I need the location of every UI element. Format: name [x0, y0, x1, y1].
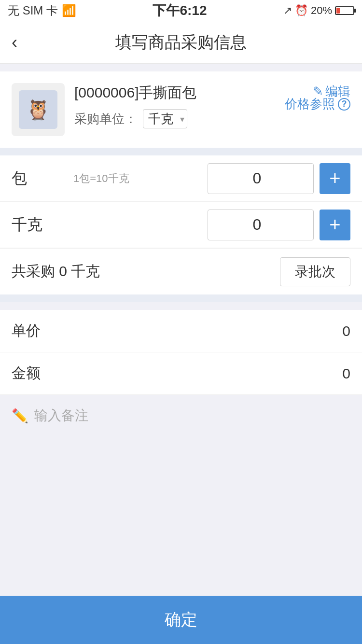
form-label-kg: 千克	[12, 214, 70, 236]
bottom-space	[0, 540, 362, 588]
info-section: 单价 0 金额 0	[0, 310, 362, 395]
location-icon: ↗	[283, 4, 292, 17]
price-ref-button[interactable]: 价格参照 ?	[285, 96, 350, 112]
price-label: 单价	[12, 321, 41, 341]
product-card: 🦉 [0000006]手撕面包 采购单位： 千克 ✎ 编辑 价格参照 ?	[0, 71, 362, 148]
bag-plus-button[interactable]: +	[320, 163, 350, 194]
section-divider-2	[0, 294, 362, 302]
info-row-amount: 金额 0	[0, 352, 362, 395]
product-meta: 采购单位： 千克	[74, 111, 350, 127]
confirm-label: 确定	[165, 609, 197, 631]
wifi-icon: 📶	[62, 4, 76, 17]
amount-label: 金额	[12, 364, 41, 383]
product-image: 🦉	[12, 83, 65, 136]
status-left: 无 SIM 卡 📶	[8, 3, 76, 18]
bag-input[interactable]	[208, 163, 314, 194]
page-title: 填写商品采购信息	[115, 31, 247, 54]
kg-plus-button[interactable]: +	[320, 210, 350, 240]
battery-icon	[335, 6, 354, 15]
form-input-area-bag: +	[129, 163, 350, 194]
form-sublabel-bag: 1包=10千克	[73, 171, 129, 186]
product-logo-icon: 🦉	[26, 98, 50, 121]
form-input-area-kg: +	[70, 210, 350, 240]
summary-row: 共采购 0 千克 录批次	[0, 248, 362, 294]
section-divider-1	[0, 148, 362, 155]
amount-value: 0	[342, 365, 350, 382]
info-row-price: 单价 0	[0, 310, 362, 352]
alarm-icon: ⏰	[295, 4, 308, 17]
status-time: 下午6:12	[153, 1, 207, 20]
note-section: ✏️ 输入备注	[0, 395, 362, 540]
form-row-bag: 包 1包=10千克 +	[0, 155, 362, 202]
note-row[interactable]: ✏️ 输入备注	[12, 406, 350, 425]
price-value: 0	[342, 323, 350, 339]
note-placeholder: 输入备注	[34, 406, 88, 425]
nav-bar: ‹ 填写商品采购信息	[0, 21, 362, 64]
status-right: ↗ ⏰ 20%	[283, 4, 354, 17]
price-ref-label: 价格参照	[285, 96, 335, 112]
confirm-button[interactable]: 确定	[0, 596, 362, 644]
form-section: 包 1包=10千克 + 千克 + 共采购 0 千克 录批次	[0, 155, 362, 294]
form-label-bag: 包	[12, 168, 70, 189]
status-bar: 无 SIM 卡 📶 下午6:12 ↗ ⏰ 20%	[0, 0, 362, 21]
help-icon[interactable]: ?	[338, 98, 350, 111]
form-row-kg: 千克 +	[0, 202, 362, 248]
battery-label: 20%	[311, 4, 332, 17]
unit-label: 采购单位：	[74, 111, 137, 127]
pencil-icon: ✏️	[12, 408, 28, 424]
batch-button[interactable]: 录批次	[280, 257, 350, 286]
unit-select[interactable]: 千克	[143, 109, 187, 128]
unit-select-wrapper[interactable]: 千克	[143, 111, 187, 127]
back-button[interactable]: ‹	[12, 32, 17, 53]
summary-text: 共采购 0 千克	[12, 262, 100, 281]
kg-input[interactable]	[208, 210, 314, 240]
no-sim-label: 无 SIM 卡	[8, 3, 58, 18]
